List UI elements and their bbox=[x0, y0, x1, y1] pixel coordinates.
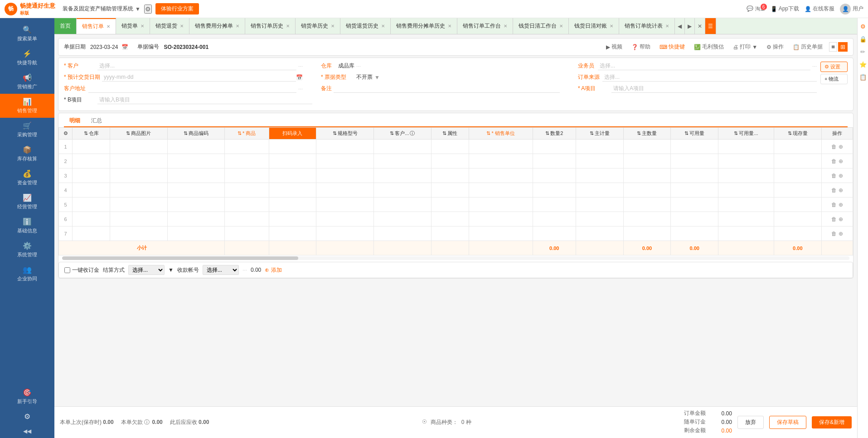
row-copy-btn[interactable]: ⊕ bbox=[839, 144, 843, 150]
tab-detail[interactable]: 明细 bbox=[64, 115, 86, 127]
row-product-img[interactable] bbox=[110, 140, 168, 154]
save-new-button[interactable]: 保存&新增 bbox=[812, 416, 852, 428]
profit-btn[interactable]: 💹 毛利预估 bbox=[691, 42, 727, 52]
system-selector[interactable]: 装备及固定资产辅助管理系统 ▼ bbox=[63, 5, 141, 13]
help-btn[interactable]: ❓ 帮助 bbox=[629, 42, 653, 52]
sort-icon[interactable]: ⇅ bbox=[788, 130, 792, 136]
tab-close-icon[interactable]: ✕ bbox=[381, 24, 385, 29]
row-product-img[interactable] bbox=[110, 183, 168, 197]
table-scrollbar[interactable] bbox=[62, 256, 849, 260]
row-main-unit[interactable] bbox=[576, 168, 623, 183]
row-product[interactable] bbox=[225, 226, 269, 241]
view-video-btn[interactable]: ▶ 视频 bbox=[603, 42, 625, 52]
operations-btn[interactable]: ⚙ 操作 bbox=[764, 42, 786, 52]
grid-view-btn[interactable]: ⊞ bbox=[838, 42, 848, 52]
print-btn[interactable]: 🖨 打印 ▼ bbox=[730, 42, 760, 52]
row-main-qty[interactable] bbox=[623, 154, 671, 168]
row-available[interactable] bbox=[671, 154, 718, 168]
rs-lock-icon[interactable]: 🔒 bbox=[858, 34, 868, 43]
calendar-icon[interactable]: 📅 bbox=[121, 44, 128, 50]
staff-input[interactable] bbox=[598, 62, 810, 70]
list-view-btn[interactable]: ≡ bbox=[829, 42, 837, 52]
account-select[interactable]: 选择... bbox=[203, 265, 239, 275]
row-delete-btn[interactable]: 🗑 bbox=[831, 216, 837, 222]
row-product-code[interactable] bbox=[167, 197, 225, 212]
tab-close-icon[interactable]: ✕ bbox=[559, 24, 563, 29]
row-product[interactable] bbox=[225, 197, 269, 212]
row-spec[interactable] bbox=[316, 140, 374, 154]
row-product[interactable] bbox=[225, 168, 269, 183]
tab-sales-invoice[interactable]: 销货单 ✕ bbox=[116, 18, 150, 34]
row-available[interactable] bbox=[671, 226, 718, 241]
row-qty2[interactable] bbox=[533, 183, 576, 197]
row-attr[interactable] bbox=[431, 168, 469, 183]
tab-close-icon[interactable]: ✕ bbox=[504, 24, 507, 29]
sidebar-item-marketing[interactable]: 📢 营销推广 bbox=[0, 70, 54, 94]
row-qty2[interactable] bbox=[533, 197, 576, 212]
tab-close-icon[interactable]: ✕ bbox=[236, 24, 239, 29]
row-warehouse[interactable] bbox=[73, 140, 110, 154]
row-scan[interactable] bbox=[269, 154, 316, 168]
row-customer-code[interactable] bbox=[373, 168, 431, 183]
row-attr[interactable] bbox=[431, 154, 469, 168]
row-delete-btn[interactable]: 🗑 bbox=[831, 158, 837, 164]
row-available2[interactable] bbox=[718, 183, 774, 197]
tab-order-statistics[interactable]: 销售订单统计表 ✕ bbox=[619, 18, 675, 34]
row-main-qty[interactable] bbox=[623, 212, 671, 226]
payment-method-select[interactable]: 选择... bbox=[128, 265, 165, 275]
row-qty2[interactable] bbox=[533, 212, 576, 226]
sidebar-item-finance[interactable]: 💰 资金管理 bbox=[0, 166, 54, 190]
delivery-input[interactable] bbox=[102, 73, 296, 82]
row-product-img[interactable] bbox=[110, 168, 168, 183]
ticket-dropdown-icon[interactable]: ▼ bbox=[374, 74, 380, 81]
row-spec[interactable] bbox=[316, 154, 374, 168]
row-product-img[interactable] bbox=[110, 226, 168, 241]
info-icon[interactable]: ⓘ bbox=[144, 419, 150, 425]
row-warehouse[interactable] bbox=[73, 212, 110, 226]
sidebar-collapse-btn[interactable]: ◀◀ bbox=[0, 424, 54, 438]
notification-area[interactable]: 💬 6 淘量 bbox=[747, 5, 765, 12]
row-available2[interactable] bbox=[718, 212, 774, 226]
rs-clip-icon[interactable]: 📋 bbox=[858, 72, 868, 82]
tab-expense-split[interactable]: 销售费用分摊单 ✕ bbox=[189, 18, 245, 34]
address-more-btn[interactable]: ··· bbox=[298, 86, 303, 92]
row-copy-btn[interactable]: ⊕ bbox=[839, 216, 843, 222]
row-sales-unit[interactable] bbox=[469, 212, 533, 226]
row-qty2[interactable] bbox=[533, 226, 576, 241]
row-stock[interactable] bbox=[774, 154, 821, 168]
one-click-label[interactable]: 一键收订金 bbox=[64, 266, 99, 274]
row-available2[interactable] bbox=[718, 197, 774, 212]
row-delete-btn[interactable]: 🗑 bbox=[831, 202, 837, 208]
row-warehouse[interactable] bbox=[73, 154, 110, 168]
row-main-unit[interactable] bbox=[576, 212, 623, 226]
online-service-link[interactable]: 👤 在线客服 bbox=[805, 5, 834, 13]
customer-more-btn[interactable]: ··· bbox=[298, 63, 303, 69]
warehouse-value[interactable]: 成品库 bbox=[338, 62, 354, 70]
tab-home[interactable]: 首页 bbox=[54, 18, 77, 34]
discard-button[interactable]: 放弃 bbox=[737, 416, 764, 429]
row-delete-btn[interactable]: 🗑 bbox=[831, 173, 837, 179]
rs-settings-icon[interactable]: ⚙ bbox=[858, 22, 868, 31]
tab-close-icon[interactable]: ✕ bbox=[141, 24, 144, 29]
row-qty2[interactable] bbox=[533, 140, 576, 154]
row-spec[interactable] bbox=[316, 226, 374, 241]
chevron-down-icon[interactable]: ▼ bbox=[135, 6, 141, 12]
customer-input[interactable] bbox=[97, 62, 296, 70]
sidebar-item-purchase[interactable]: 🛒 采购管理 bbox=[0, 118, 54, 142]
row-scan[interactable] bbox=[269, 183, 316, 197]
row-scan[interactable] bbox=[269, 197, 316, 212]
sort-icon[interactable]: ⇅ bbox=[684, 130, 689, 136]
rs-star-icon[interactable]: ⭐ bbox=[858, 60, 868, 69]
row-customer-code[interactable] bbox=[373, 183, 431, 197]
row-product[interactable] bbox=[225, 212, 269, 226]
row-product-code[interactable] bbox=[167, 140, 225, 154]
row-main-unit[interactable] bbox=[576, 140, 623, 154]
row-available[interactable] bbox=[671, 183, 718, 197]
row-main-qty[interactable] bbox=[623, 140, 671, 154]
row-product-code[interactable] bbox=[167, 168, 225, 183]
b-project-input[interactable] bbox=[97, 96, 312, 104]
address-input[interactable] bbox=[88, 84, 296, 93]
scrollbar-thumb[interactable] bbox=[62, 256, 298, 260]
tab-sales-order-close[interactable]: ✕ bbox=[107, 24, 110, 29]
sort-icon[interactable]: ⇅ bbox=[84, 130, 88, 136]
